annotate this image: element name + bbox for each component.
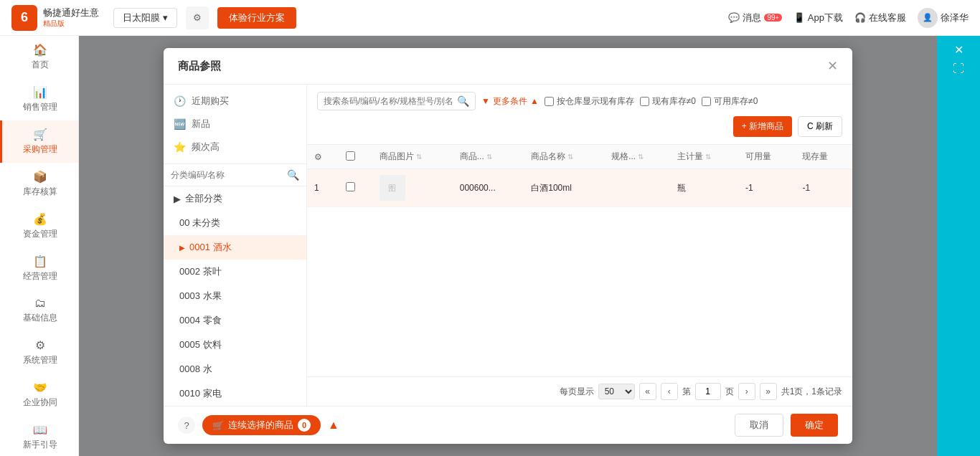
user-avatar[interactable]: 👤 徐泽华 (918, 8, 969, 28)
col-checkbox (339, 145, 372, 169)
cancel-button[interactable]: 取消 (735, 414, 783, 437)
new-products-tab[interactable]: 🆕 新品 (164, 113, 306, 135)
product-search-icon[interactable]: 🔍 (457, 95, 469, 107)
sidebar-item-finance[interactable]: 💰 资金管理 (0, 205, 78, 247)
category-panel: 🕐 近期购买 🆕 新品 ⭐ 频次高 (164, 85, 307, 406)
app-download-button[interactable]: 📱 App下载 (793, 11, 843, 24)
top-nav: 6 畅捷通好生意 精品版 日太阳膜 ▾ ⚙ 体验行业方案 💬 消息 99+ 📱 … (0, 0, 980, 36)
select-all-checkbox[interactable] (346, 151, 355, 161)
pagination: 每页显示 50 20 100 « ‹ 第 页 › (307, 376, 852, 406)
col-unit[interactable]: 主计量 (670, 145, 738, 169)
right-panel-expand[interactable]: ⛶ (953, 62, 964, 75)
table-row[interactable]: 1 图 000600... 白酒100ml 瓶 -1 -1 (307, 169, 852, 207)
frequent-tab[interactable]: ⭐ 频次高 (164, 136, 306, 158)
next-page-button[interactable]: › (738, 383, 755, 400)
sidebar-item-guide[interactable]: 📖 新手引导 (0, 416, 78, 456)
modal-overlay: 商品参照 ✕ 🕐 近期购买 🆕 (79, 36, 937, 456)
checkbox-warehouse-stock[interactable]: 按仓库显示现有库存 (545, 95, 634, 108)
modal-title: 商品参照 (178, 60, 221, 73)
add-product-button[interactable]: + 新增商品 (733, 116, 792, 137)
operations-icon: 📋 (33, 255, 47, 268)
sidebar-item-inventory[interactable]: 📦 库存核算 (0, 163, 78, 205)
logo-area: 6 畅捷通好生意 精品版 (11, 5, 99, 31)
category-search-icon[interactable]: 🔍 (287, 169, 299, 181)
prev-page-button[interactable]: ‹ (661, 383, 678, 400)
sales-icon: 📊 (33, 85, 47, 99)
collapse-up-button[interactable]: ▲ (328, 419, 339, 432)
refresh-button[interactable]: C 刷新 (798, 116, 842, 137)
cat-item-snack[interactable]: 0004 零食 (164, 308, 306, 333)
sidebar-item-enterprise[interactable]: 🤝 企业协同 (0, 374, 78, 416)
page-size-select[interactable]: 50 20 100 (598, 384, 635, 399)
col-settings[interactable]: ⚙ (307, 145, 339, 169)
cat-item-all[interactable]: ▶ 全部分类 (164, 186, 306, 211)
checkbox-nonzero-stock[interactable]: 现有库存≠0 (640, 95, 696, 108)
help-button[interactable]: ? (178, 417, 195, 434)
product-data-table: ⚙ 商品图片 商品... 商品名称 规格... 主计量 可用量 现存量 (307, 145, 852, 207)
right-panel: ✕ ⛶ (937, 36, 980, 456)
expand-arrow-all: ▶ (174, 194, 181, 204)
footer-actions: 取消 确定 (735, 414, 838, 437)
logo-icon: 6 (11, 5, 37, 31)
basic-info-icon: 🗂 (34, 297, 46, 310)
cell-check[interactable] (339, 169, 372, 207)
col-spec[interactable]: 规格... (604, 145, 670, 169)
filter-more-button[interactable]: ▼ 更多条件 ▲ (481, 95, 539, 108)
cat-item-uncategorized[interactable]: 00 未分类 (164, 211, 306, 235)
col-name[interactable]: 商品名称 (524, 145, 604, 169)
messages-button[interactable]: 💬 消息 99+ (728, 11, 781, 24)
category-search-input[interactable] (171, 170, 287, 180)
col-image[interactable]: 商品图片 (372, 145, 453, 169)
gear-button[interactable]: ⚙ (186, 6, 209, 29)
cat-item-water[interactable]: 0008 水 (164, 357, 306, 381)
sidebar-item-system[interactable]: ⚙ 系统管理 (0, 331, 78, 374)
cat-item-fruit[interactable]: 0003 水果 (164, 284, 306, 308)
trial-button[interactable]: 体验行业方案 (217, 7, 296, 29)
product-search-input[interactable] (324, 96, 453, 106)
col-stock: 现存量 (795, 145, 852, 169)
page-number-input[interactable] (695, 383, 721, 400)
cell-image: 图 (372, 169, 453, 207)
modal-body: 🕐 近期购买 🆕 新品 ⭐ 频次高 (164, 85, 852, 406)
cat-item-liquor[interactable]: ▶ 0001 酒水 (164, 235, 306, 260)
product-toolbar: 🔍 ▼ 更多条件 ▲ 按仓库显示现有库存 (307, 85, 852, 145)
cell-seq: 1 (307, 169, 339, 207)
first-page-button[interactable]: « (639, 383, 656, 400)
checkbox-available-nonzero[interactable]: 可用库存≠0 (702, 95, 758, 108)
cell-code: 000600... (453, 169, 524, 207)
cat-item-tea[interactable]: 0002 茶叶 (164, 260, 306, 284)
recent-icon: 🕐 (174, 95, 186, 107)
recent-purchase-tab[interactable]: 🕐 近期购买 (164, 90, 306, 112)
product-table: ⚙ 商品图片 商品... 商品名称 规格... 主计量 可用量 现存量 (307, 145, 852, 376)
cell-unit: 瓶 (670, 169, 738, 207)
store-selector[interactable]: 日太阳膜 ▾ (113, 8, 177, 28)
cat-item-appliance[interactable]: 0010 家电 (164, 381, 306, 406)
cart-consecutive-button[interactable]: 🛒 连续选择的商品 0 (202, 415, 321, 435)
col-available: 可用量 (738, 145, 796, 169)
cat-item-beverage[interactable]: 0005 饮料 (164, 333, 306, 357)
sidebar-item-sales[interactable]: 📊 销售管理 (0, 78, 78, 120)
product-reference-modal: 商品参照 ✕ 🕐 近期购买 🆕 (164, 48, 852, 444)
nav-right: 💬 消息 99+ 📱 App下载 🎧 在线客服 👤 徐泽华 (728, 8, 969, 28)
online-service-button[interactable]: 🎧 在线客服 (854, 11, 906, 24)
system-icon: ⚙ (35, 338, 45, 352)
confirm-button[interactable]: 确定 (791, 414, 838, 437)
modal-header: 商品参照 ✕ (164, 48, 852, 85)
new-icon: 🆕 (174, 118, 186, 130)
expand-arrow-liquor: ▶ (179, 244, 185, 252)
sidebar-item-operations[interactable]: 📋 经营管理 (0, 247, 78, 290)
main-layout: 🏠 首页 📊 销售管理 🛒 采购管理 📦 库存核算 💰 资金管理 📋 经营管理 … (0, 36, 980, 456)
sidebar-item-purchase[interactable]: 🛒 采购管理 (0, 120, 78, 163)
col-code[interactable]: 商品... (453, 145, 524, 169)
purchase-icon: 🛒 (33, 128, 47, 141)
modal-footer: ? 🛒 连续选择的商品 0 ▲ 取消 确定 (164, 406, 852, 444)
category-tabs: 🕐 近期购买 🆕 新品 ⭐ 频次高 (164, 85, 306, 163)
right-panel-close[interactable]: ✕ (954, 43, 963, 57)
product-panel: 🔍 ▼ 更多条件 ▲ 按仓库显示现有库存 (307, 85, 852, 406)
modal-close-button[interactable]: ✕ (827, 58, 838, 74)
product-search-box: 🔍 (317, 92, 476, 110)
sidebar-item-basic-info[interactable]: 🗂 基础信息 (0, 290, 78, 331)
last-page-button[interactable]: » (760, 383, 777, 400)
sidebar-item-home[interactable]: 🏠 首页 (0, 36, 78, 78)
category-list: ▶ 全部分类 00 未分类 ▶ 0001 酒水 0002 茶 (164, 186, 306, 406)
